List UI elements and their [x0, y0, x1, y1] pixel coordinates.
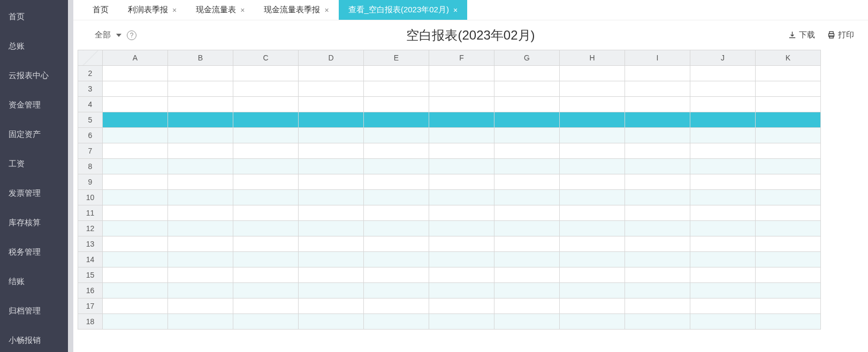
cell[interactable] — [560, 205, 625, 221]
cell[interactable] — [494, 97, 560, 112]
cell[interactable] — [560, 221, 625, 236]
cell[interactable] — [690, 299, 756, 314]
cell[interactable] — [494, 252, 560, 267]
cell[interactable] — [756, 159, 821, 174]
cell[interactable] — [494, 267, 560, 283]
row-header[interactable]: 7 — [78, 143, 103, 159]
cell[interactable] — [625, 252, 690, 267]
cell[interactable] — [494, 236, 560, 252]
cell[interactable] — [299, 159, 364, 174]
sidebar-item-invoice[interactable]: 发票管理 — [0, 179, 68, 208]
cell[interactable] — [625, 190, 690, 205]
cell[interactable] — [690, 252, 756, 267]
column-header[interactable]: A — [103, 50, 168, 66]
cell[interactable] — [756, 283, 821, 299]
sidebar-item-fixed-assets[interactable]: 固定资产 — [0, 120, 68, 149]
cell[interactable] — [690, 236, 756, 252]
cell[interactable] — [690, 143, 756, 159]
cell[interactable] — [560, 128, 625, 143]
cell[interactable] — [168, 174, 233, 190]
cell[interactable] — [299, 128, 364, 143]
cell[interactable] — [299, 81, 364, 97]
close-icon[interactable]: × — [324, 6, 329, 14]
cell[interactable] — [103, 283, 168, 299]
cell[interactable] — [494, 299, 560, 314]
cell[interactable] — [103, 128, 168, 143]
cell[interactable] — [364, 267, 429, 283]
cell[interactable] — [233, 81, 299, 97]
row-header[interactable]: 17 — [78, 299, 103, 314]
cell[interactable] — [429, 252, 494, 267]
cell[interactable] — [625, 205, 690, 221]
row-header[interactable]: 4 — [78, 97, 103, 112]
cell[interactable] — [103, 314, 168, 330]
cell[interactable] — [233, 143, 299, 159]
cell[interactable] — [168, 66, 233, 81]
column-header[interactable]: H — [560, 50, 625, 66]
sidebar-item-home[interactable]: 首页 — [0, 2, 68, 32]
cell[interactable] — [690, 221, 756, 236]
column-header[interactable]: I — [625, 50, 690, 66]
row-header[interactable]: 6 — [78, 128, 103, 143]
cell[interactable] — [756, 97, 821, 112]
column-header[interactable]: B — [168, 50, 233, 66]
close-icon[interactable]: × — [453, 6, 458, 14]
cell[interactable] — [299, 66, 364, 81]
cell[interactable] — [494, 190, 560, 205]
cell[interactable] — [756, 143, 821, 159]
cell[interactable] — [364, 236, 429, 252]
cell[interactable] — [233, 267, 299, 283]
cell[interactable] — [625, 221, 690, 236]
cell[interactable] — [429, 97, 494, 112]
cell[interactable] — [625, 97, 690, 112]
cell[interactable] — [429, 314, 494, 330]
cell[interactable] — [560, 81, 625, 97]
cell[interactable] — [625, 174, 690, 190]
cell[interactable] — [168, 190, 233, 205]
cell[interactable] — [364, 252, 429, 267]
cell[interactable] — [625, 267, 690, 283]
cell[interactable] — [103, 221, 168, 236]
cell[interactable] — [103, 236, 168, 252]
cell[interactable] — [103, 97, 168, 112]
column-header[interactable]: E — [364, 50, 429, 66]
spreadsheet[interactable]: ABCDEFGHIJK23456789101112131415161718 — [73, 50, 868, 352]
help-icon[interactable]: ? — [127, 30, 136, 40]
tab-cashflow-quarterly[interactable]: 现金流量表季报 × — [254, 0, 338, 20]
cell[interactable] — [168, 221, 233, 236]
cell[interactable] — [494, 283, 560, 299]
cell[interactable] — [168, 112, 233, 128]
cell[interactable] — [103, 267, 168, 283]
cell[interactable] — [690, 81, 756, 97]
cell[interactable] — [690, 267, 756, 283]
cell[interactable] — [756, 81, 821, 97]
cell[interactable] — [690, 174, 756, 190]
cell[interactable] — [429, 190, 494, 205]
row-header[interactable]: 10 — [78, 190, 103, 205]
cell[interactable] — [756, 299, 821, 314]
select-all-corner[interactable] — [78, 50, 103, 66]
cell[interactable] — [429, 221, 494, 236]
sidebar-item-salary[interactable]: 工资 — [0, 149, 68, 179]
cell[interactable] — [429, 174, 494, 190]
cell[interactable] — [429, 205, 494, 221]
row-header[interactable]: 8 — [78, 159, 103, 174]
cell[interactable] — [560, 174, 625, 190]
cell[interactable] — [690, 97, 756, 112]
cell[interactable] — [560, 299, 625, 314]
cell[interactable] — [625, 159, 690, 174]
cell[interactable] — [756, 112, 821, 128]
cell[interactable] — [168, 267, 233, 283]
cell[interactable] — [364, 128, 429, 143]
cell[interactable] — [429, 267, 494, 283]
download-button[interactable]: 下载 — [788, 30, 815, 40]
cell[interactable] — [168, 236, 233, 252]
cell[interactable] — [299, 190, 364, 205]
cell[interactable] — [560, 190, 625, 205]
sidebar-item-expense[interactable]: 小畅报销 — [0, 326, 68, 352]
cell[interactable] — [756, 221, 821, 236]
cell[interactable] — [299, 267, 364, 283]
row-header[interactable]: 16 — [78, 283, 103, 299]
cell[interactable] — [690, 205, 756, 221]
cell[interactable] — [756, 174, 821, 190]
